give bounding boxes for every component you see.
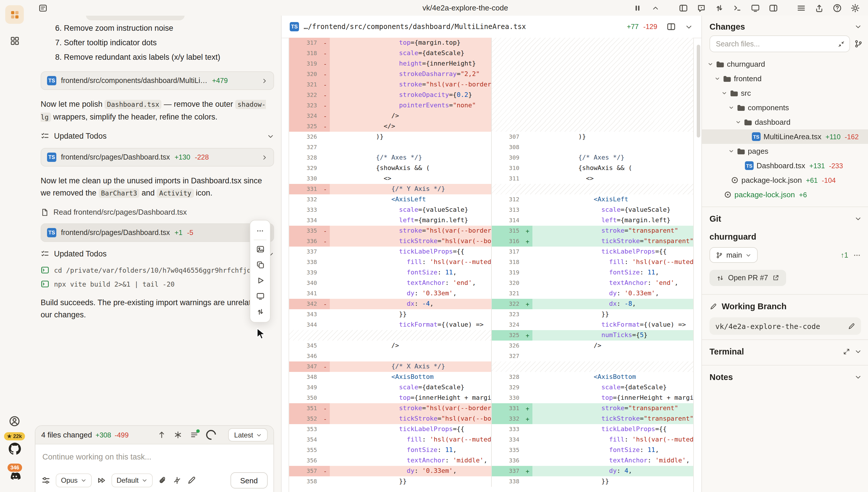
tree-folder-frontend[interactable]: frontend [702, 71, 868, 86]
diff-new-line: 315+ stroke="transparent" [491, 226, 693, 236]
diff-row: 346327 [289, 351, 693, 362]
expand-icon[interactable] [843, 348, 850, 355]
diff-old-line: 347- {/* X Axis */} [289, 362, 491, 372]
latest-dropdown[interactable]: Latest [229, 428, 268, 442]
preview-image-icon[interactable] [252, 241, 268, 257]
pen-icon[interactable] [187, 476, 196, 485]
scrollbar[interactable] [697, 45, 700, 138]
chevron-down-icon[interactable] [685, 23, 693, 30]
more-options-icon[interactable] [252, 223, 268, 239]
scroll-top-icon[interactable] [158, 430, 166, 439]
diff-row: 348 <AxisBottom328 <AxisBottom [289, 372, 693, 382]
diff-old-line: 348 <AxisBottom [289, 372, 491, 382]
diff-old-line: 336- tickStroke="hsl(var(--border))" [289, 236, 491, 247]
pause-icon[interactable] [631, 1, 644, 14]
added-count: +6 [799, 191, 807, 199]
file-chip[interactable]: TS frontend/src/pages/Dashboard.tsx +130… [41, 148, 274, 167]
diff-row: 344 tickFormat={(value) =>324 tickFormat… [289, 320, 693, 330]
tree-folder-pages[interactable]: pages [702, 144, 868, 158]
send-button[interactable]: Send [230, 472, 268, 489]
chevron-down-icon [855, 374, 862, 380]
diff-row: 347- {/* X Axis */} [289, 362, 693, 372]
attach-paperclip-icon[interactable] [158, 476, 167, 485]
connector-icon[interactable] [172, 476, 182, 485]
sliders-icon[interactable] [41, 476, 50, 485]
tree-file-dashboard-tsx[interactable]: TSDashboard.tsx+131-233 [702, 158, 868, 173]
diff-old-line: 327 [289, 142, 491, 153]
workspaces-grid-icon[interactable] [5, 31, 24, 50]
chat-input[interactable] [36, 444, 274, 469]
tree-file-package-lock-json[interactable]: package-lock.json+6 [702, 188, 868, 202]
diff-row: 332 <AxisLeft312 <AxisLeft [289, 194, 693, 205]
panel-right-icon[interactable] [767, 1, 780, 14]
diff-old-line: 357- dy: '0.33em', [289, 466, 491, 476]
diff-row: 350 top={innerHeight + margin.top}330 to… [289, 393, 693, 403]
split-view-icon[interactable] [666, 22, 676, 31]
git-section-header[interactable]: Git [702, 212, 868, 227]
model-selector[interactable]: Opus [56, 473, 91, 487]
open-pr-button[interactable]: Open PR #7 [709, 270, 786, 286]
tree-folder-src[interactable]: src [702, 86, 868, 100]
todos-status-icon[interactable] [190, 430, 199, 439]
fast-forward-icon[interactable] [97, 476, 106, 485]
git-compare-icon[interactable] [712, 1, 726, 14]
diff-row: 341 dy: '0.33em',321 dy: '0.33em', [289, 288, 693, 299]
diff-row: 352- tickStroke="hsl(var(--border))"332+… [289, 414, 693, 424]
tree-file-package-lock-json[interactable]: package-lock.json+61-104 [702, 173, 868, 188]
branch-view-icon[interactable] [854, 40, 863, 48]
diff-new-line: 333 tickLabelProps={{ [491, 424, 693, 435]
run-play-icon[interactable] [252, 273, 268, 288]
copy-icon[interactable] [252, 257, 268, 273]
diff-row: 321- stroke="hsl(var(--border))" [289, 79, 693, 90]
removed-count: -228 [195, 153, 209, 161]
floating-toolbar [250, 220, 271, 323]
diff-old-line: 350 top={innerHeight + margin.top} [289, 393, 491, 403]
tree-folder-dashboard[interactable]: dashboard [702, 115, 868, 129]
read-file-row[interactable]: Read frontend/src/pages/Dashboard.tsx [41, 208, 274, 216]
git-compare-icon[interactable] [252, 304, 268, 320]
monitor-icon[interactable] [748, 1, 762, 14]
asterisk-icon[interactable] [174, 430, 183, 439]
working-branch-value-box[interactable]: vk/4e2a-explore-the-code [709, 317, 861, 335]
collapse-icon[interactable] [838, 40, 845, 47]
search-input[interactable] [715, 39, 834, 48]
pencil-icon[interactable] [848, 322, 855, 330]
terminal-command-row[interactable]: cd /private/var/folders/10/h7w0q46556ggr… [41, 266, 274, 274]
changes-section-header[interactable]: Changes [702, 16, 868, 35]
diff-old-line: 324- /> [289, 111, 491, 121]
checklist-icon [41, 249, 49, 258]
terminal-command-row[interactable]: npx vite build 2>&1 | tail -20 [41, 280, 274, 288]
diff-old-line: 354 fill: 'hsl(var(--muted-foreground))'… [289, 435, 491, 445]
diff-row: 354 fill: 'hsl(var(--muted-foreground))'… [289, 435, 693, 445]
terminal-section-header[interactable]: Terminal [702, 345, 868, 360]
diff-row: 331- {/* Y Axis */} [289, 184, 693, 194]
collapse-up-icon[interactable] [649, 1, 662, 14]
app-logo-icon[interactable] [5, 5, 24, 24]
updated-todos-toggle[interactable]: Updated Todos [41, 249, 274, 258]
monitor-icon[interactable] [252, 288, 268, 304]
menu-icon[interactable] [794, 1, 808, 14]
notes-section-header[interactable]: Notes [702, 370, 868, 386]
git-branch-icon [716, 251, 723, 259]
share-icon[interactable] [812, 1, 826, 14]
help-icon[interactable] [830, 1, 844, 14]
diff-old-line: 343 }} [289, 309, 491, 320]
tree-folder-churnguard[interactable]: churnguard [702, 57, 868, 71]
updated-todos-toggle[interactable]: Updated Todos [41, 132, 274, 141]
file-chip[interactable]: TS frontend/src/components/dashboard/Mul… [41, 71, 274, 90]
file-chip[interactable]: TS frontend/src/pages/Dashboard.tsx +1 -… [41, 223, 274, 242]
chat-view-icon[interactable] [36, 1, 50, 14]
titlebar: vk/4e2a-explore-the-code [29, 0, 868, 16]
diff-old-line: 349 scale={dateScale} [289, 382, 491, 393]
panel-left-icon[interactable] [676, 1, 690, 14]
github-icon[interactable] [5, 439, 24, 458]
tree-file-multilinearea-tsx[interactable]: TSMultiLineArea.tsx+110-162 [702, 129, 868, 144]
more-options-icon[interactable] [853, 251, 861, 259]
chat-bubble-icon[interactable] [695, 1, 708, 14]
account-icon[interactable] [5, 412, 24, 430]
mode-selector[interactable]: Default [111, 473, 153, 487]
tree-folder-components[interactable]: components [702, 100, 868, 115]
terminal-icon[interactable] [730, 1, 744, 14]
branch-selector[interactable]: main [709, 247, 758, 263]
settings-gear-icon[interactable] [848, 1, 862, 14]
